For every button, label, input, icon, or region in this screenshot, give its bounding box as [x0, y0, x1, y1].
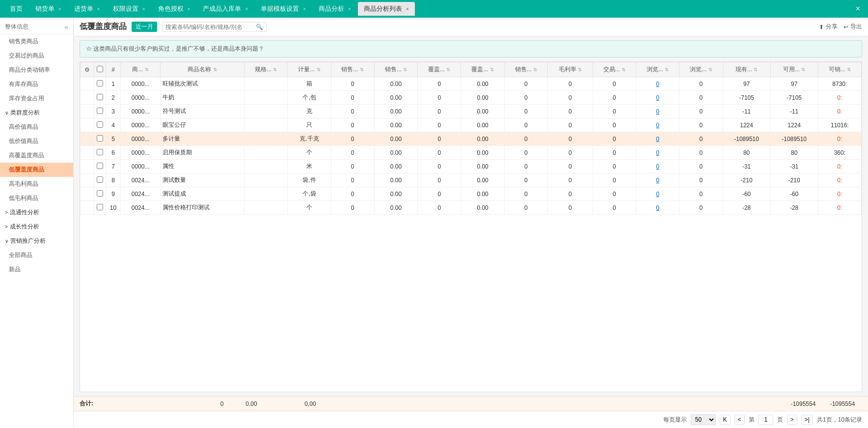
close-icon[interactable]: × — [188, 6, 190, 12]
row-settings[interactable] — [81, 187, 94, 201]
search-icon[interactable]: 🔍 — [256, 24, 263, 30]
sidebar-item-all-goods[interactable]: 全部商品 — [0, 248, 73, 262]
close-all-button[interactable]: × — [852, 4, 864, 13]
row-checkbox[interactable] — [94, 132, 106, 146]
col-trade[interactable]: 交易... ⇅ — [593, 62, 636, 77]
row-select-checkbox[interactable] — [97, 163, 103, 169]
sidebar-item-high-gross[interactable]: 高毛利商品 — [0, 177, 73, 191]
col-cover2[interactable]: 覆盖... ⇅ — [461, 62, 504, 77]
sidebar-group-growth[interactable]: > 成长性分析 — [0, 220, 73, 234]
close-icon[interactable]: × — [348, 6, 351, 12]
row-select-checkbox[interactable] — [97, 80, 103, 86]
row-settings[interactable] — [81, 146, 94, 160]
col-sales-qty[interactable]: 销售... ⇅ — [331, 62, 374, 77]
col-current[interactable]: 现有... ⇅ — [723, 62, 770, 77]
row-browse1[interactable]: 0 — [636, 91, 679, 105]
row-select-checkbox[interactable] — [97, 204, 103, 210]
data-table-container[interactable]: ⚙ # 商... ⇅ 商品名称 ⇅ 规格... ⇅ 计量... ⇅ 销售... … — [80, 61, 862, 392]
sidebar-collapse-button[interactable]: « — [64, 23, 68, 31]
row-checkbox[interactable] — [94, 105, 106, 118]
col-sales-amt[interactable]: 销售... ⇅ — [374, 62, 417, 77]
row-checkbox[interactable] — [94, 146, 106, 160]
close-icon[interactable]: × — [142, 6, 145, 12]
nav-tab-purchase[interactable]: 进货单 × — [68, 2, 106, 16]
row-checkbox[interactable] — [94, 160, 106, 173]
nav-tab-home[interactable]: 首页 — [4, 2, 28, 16]
row-select-checkbox[interactable] — [97, 121, 103, 128]
nav-tab-analysis-list[interactable]: 商品分析列表 × — [358, 2, 415, 16]
row-select-checkbox[interactable] — [97, 108, 103, 114]
col-checkbox[interactable] — [94, 62, 106, 77]
col-available[interactable]: 可用... ⇅ — [770, 62, 818, 77]
share-button[interactable]: ⬆ 分享 — [819, 23, 838, 31]
row-browse1[interactable]: 0 — [636, 201, 679, 215]
sidebar-item-low-value[interactable]: 低价值商品 — [0, 134, 73, 148]
page-size-select[interactable]: 50 10 20 100 — [691, 414, 716, 425]
sidebar-item-new-goods[interactable]: 新品 — [0, 262, 73, 277]
row-select-checkbox[interactable] — [97, 135, 103, 142]
row-browse1[interactable]: 0 — [636, 146, 679, 160]
search-input[interactable] — [165, 24, 254, 30]
row-settings[interactable] — [81, 160, 94, 173]
first-page-button[interactable]: K — [720, 415, 731, 425]
col-cover1[interactable]: 覆盖... ⇅ — [418, 62, 461, 77]
col-spec[interactable]: 规格... ⇅ — [244, 62, 287, 77]
row-browse1[interactable]: 0 — [636, 105, 679, 118]
close-icon[interactable]: × — [58, 6, 61, 12]
row-browse1[interactable]: 0 — [636, 187, 679, 201]
next-page-button[interactable]: > — [787, 415, 797, 425]
sidebar-item-high-coverage[interactable]: 高覆盖度商品 — [0, 148, 73, 163]
col-browse1[interactable]: 浏览... ⇅ — [636, 62, 679, 77]
nav-tab-role[interactable]: 角色授权 × — [152, 2, 196, 16]
sidebar-item-sales-goods[interactable]: 销售类商品 — [0, 34, 73, 49]
col-saleable[interactable]: 可销... ⇅ — [818, 62, 861, 77]
row-browse1[interactable]: 0 — [636, 132, 679, 146]
row-checkbox[interactable] — [94, 77, 106, 91]
sidebar-group-marketing[interactable]: ∨ 营销推广分析 — [0, 234, 73, 248]
row-settings[interactable] — [81, 173, 94, 187]
nav-tab-permission[interactable]: 权限设置 × — [107, 2, 151, 16]
nav-tab-sales[interactable]: 销货单 × — [29, 2, 67, 16]
col-code[interactable]: 商... ⇅ — [121, 62, 161, 77]
row-settings[interactable] — [81, 132, 94, 146]
sidebar-item-in-stock[interactable]: 有库存商品 — [0, 77, 73, 91]
row-select-checkbox[interactable] — [97, 190, 103, 197]
row-browse1[interactable]: 0 — [636, 77, 679, 91]
sidebar-group-cluster[interactable]: ∨ 类群度分析 — [0, 106, 73, 120]
row-checkbox[interactable] — [94, 201, 106, 215]
sidebar-item-traded-goods[interactable]: 交易过的商品 — [0, 49, 73, 63]
sidebar-group-flow[interactable]: > 流通性分析 — [0, 205, 73, 220]
select-all-checkbox[interactable] — [97, 66, 103, 72]
row-settings[interactable] — [81, 118, 94, 132]
close-icon[interactable]: × — [406, 6, 409, 12]
row-browse1[interactable]: 0 — [636, 173, 679, 187]
export-button[interactable]: ↩ 导出 — [843, 23, 862, 31]
row-checkbox[interactable] — [94, 187, 106, 201]
last-page-button[interactable]: >| — [801, 415, 813, 425]
row-checkbox[interactable] — [94, 173, 106, 187]
close-icon[interactable]: × — [97, 6, 100, 12]
nav-tab-analysis[interactable]: 商品分析 × — [313, 2, 357, 16]
row-browse1[interactable]: 0 — [636, 118, 679, 132]
row-select-checkbox[interactable] — [97, 149, 103, 155]
sidebar-item-high-value[interactable]: 高价值商品 — [0, 120, 73, 134]
row-checkbox[interactable] — [94, 118, 106, 132]
nav-tab-product[interactable]: 产成品入库单 × — [197, 2, 254, 16]
row-settings[interactable] — [81, 91, 94, 105]
col-unit[interactable]: 计量... ⇅ — [288, 62, 331, 77]
col-settings[interactable]: ⚙ — [81, 62, 94, 77]
row-settings[interactable] — [81, 105, 94, 118]
col-browse2[interactable]: 浏览... ⇅ — [679, 62, 723, 77]
sidebar-item-stock-capital[interactable]: 库存资金占用 — [0, 91, 73, 106]
row-checkbox[interactable] — [94, 91, 106, 105]
close-icon[interactable]: × — [303, 6, 306, 12]
col-name[interactable]: 商品名称 ⇅ — [161, 62, 244, 77]
row-browse1[interactable]: 0 — [636, 160, 679, 173]
sidebar-item-low-gross[interactable]: 低毛利商品 — [0, 191, 73, 205]
time-filter-button[interactable]: 近一月 — [132, 22, 157, 32]
row-settings[interactable] — [81, 77, 94, 91]
row-select-checkbox[interactable] — [97, 176, 103, 183]
row-settings[interactable] — [81, 201, 94, 215]
row-select-checkbox[interactable] — [97, 94, 103, 100]
page-number-input[interactable] — [759, 415, 773, 425]
